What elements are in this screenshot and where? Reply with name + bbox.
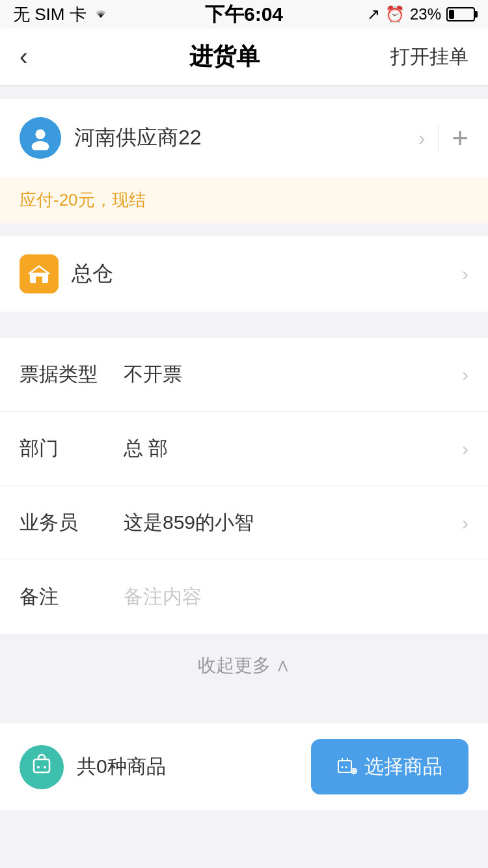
svg-rect-7 — [338, 761, 351, 772]
bill-type-chevron-icon: › — [462, 364, 468, 386]
select-goods-label: 选择商品 — [364, 753, 442, 780]
supplier-avatar — [20, 117, 61, 159]
dept-chevron-icon: › — [462, 438, 468, 460]
section-divider-4 — [0, 698, 488, 711]
svg-point-0 — [35, 129, 45, 139]
sales-label: 业务员 — [20, 509, 124, 536]
warehouse-icon — [20, 254, 59, 293]
svg-rect-3 — [36, 277, 42, 283]
supplier-chevron-icon: › — [418, 126, 426, 150]
section-divider-2 — [0, 223, 488, 236]
dept-label: 部门 — [20, 435, 124, 462]
select-goods-button[interactable]: 选择商品 — [311, 739, 468, 794]
svg-point-1 — [32, 141, 49, 150]
bill-type-value: 不开票 — [124, 361, 455, 388]
remark-label: 备注 — [20, 584, 124, 610]
bill-type-row[interactable]: 票据类型 不开票 › — [0, 338, 488, 412]
page-title: 进货单 — [189, 41, 260, 73]
dept-value: 总 部 — [124, 435, 455, 462]
collapse-button[interactable]: 收起更多 ∧ — [0, 634, 488, 698]
sales-value: 这是859的小智 — [124, 509, 455, 536]
status-time: 下午6:04 — [205, 1, 283, 28]
remark-input[interactable]: 备注内容 — [124, 584, 468, 610]
sales-chevron-icon: › — [462, 512, 468, 534]
svg-point-9 — [346, 766, 347, 768]
add-supplier-button[interactable]: + — [452, 122, 468, 154]
status-bar: 无 SIM 卡 下午6:04 ↗ ⏰ 23% — [0, 0, 488, 29]
supplier-section: 河南供应商22 › + 应付-20元，现结 — [0, 99, 488, 223]
svg-rect-4 — [34, 759, 49, 772]
svg-point-6 — [44, 766, 46, 768]
bottom-toolbar: 共0种商品 选择商品 — [0, 724, 488, 810]
alarm-icon: ⏰ — [385, 5, 405, 23]
warehouse-section: 总仓 › — [0, 236, 488, 312]
svg-point-5 — [37, 766, 40, 768]
notice-text: 应付-20元，现结 — [20, 190, 146, 210]
goods-icon-wrap — [20, 745, 64, 789]
location-icon: ↗ — [367, 5, 380, 23]
section-divider-1 — [0, 86, 488, 99]
svg-point-8 — [342, 766, 344, 768]
open-pending-button[interactable]: 打开挂单 — [390, 44, 468, 70]
remark-row[interactable]: 备注 备注内容 — [0, 560, 488, 634]
battery-percent: 23% — [410, 5, 441, 23]
warehouse-name: 总仓 — [72, 260, 455, 288]
sales-row[interactable]: 业务员 这是859的小智 › — [0, 486, 488, 560]
warehouse-row[interactable]: 总仓 › — [0, 236, 488, 312]
section-divider-3 — [0, 312, 488, 325]
status-left: 无 SIM 卡 — [13, 3, 110, 26]
wifi-icon — [92, 5, 110, 25]
back-button[interactable]: ‹ — [20, 43, 59, 71]
form-section: 票据类型 不开票 › 部门 总 部 › 业务员 这是859的小智 › 备注 备注… — [0, 338, 488, 634]
notice-banner: 应付-20元，现结 — [0, 177, 488, 223]
carrier-text: 无 SIM 卡 — [13, 3, 87, 26]
goods-count: 共0种商品 — [77, 753, 298, 780]
supplier-name: 河南供应商22 — [74, 124, 418, 152]
status-right: ↗ ⏰ 23% — [367, 5, 475, 23]
warehouse-chevron-icon: › — [462, 263, 468, 285]
supplier-row[interactable]: 河南供应商22 › + — [0, 99, 488, 177]
bill-type-label: 票据类型 — [20, 361, 124, 388]
nav-bar: ‹ 进货单 打开挂单 — [0, 29, 488, 86]
vertical-divider — [438, 125, 439, 151]
battery-icon — [446, 7, 475, 21]
dept-row[interactable]: 部门 总 部 › — [0, 412, 488, 486]
